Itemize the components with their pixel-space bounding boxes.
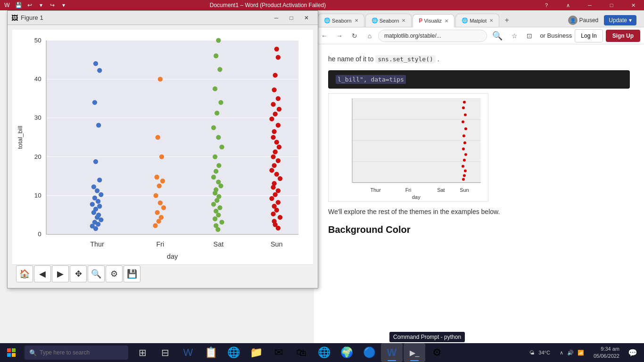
browser-toolbar: ← → ↻ ⌂ 🔍 ☆ ⊡ or Business Log In Sign Up: [314, 27, 644, 44]
browser-search-btn[interactable]: 🔍: [489, 27, 506, 44]
svg-point-84: [218, 100, 223, 105]
content-heading: Background Color: [328, 224, 630, 235]
taskbar-settings-app[interactable]: ⚙: [426, 343, 448, 362]
taskbar-browser2-app[interactable]: 🌐: [313, 343, 335, 362]
files-icon: 📁: [250, 346, 263, 359]
word-minimize-btn[interactable]: ─: [579, 0, 601, 10]
home-btn[interactable]: ⌂: [363, 29, 376, 42]
tab-close-4[interactable]: ✕: [489, 18, 493, 23]
svg-point-133: [271, 212, 275, 216]
home-toolbar-btn[interactable]: 🏠: [16, 265, 33, 282]
taskbar-store-app[interactable]: 🛍: [290, 343, 312, 362]
taskbar-search-box[interactable]: 🔍: [25, 346, 128, 360]
svg-point-22: [462, 178, 465, 181]
zoom-toolbar-btn[interactable]: 🔍: [88, 265, 105, 282]
config-toolbar-btn[interactable]: ⚙: [106, 265, 123, 282]
tab-favicon-2: 🌐: [372, 17, 378, 24]
svg-point-120: [276, 158, 281, 163]
tab-visualiz[interactable]: P Visualiz ✕: [413, 14, 454, 27]
word-logo[interactable]: W: [2, 0, 12, 10]
tab-favicon-4: 🌐: [462, 17, 468, 24]
taskbar-word2-app[interactable]: W: [381, 343, 403, 362]
store-icon: 🛍: [296, 346, 306, 359]
svg-text:Sat: Sat: [214, 240, 224, 248]
save-toolbar-btn[interactable]: 💾: [124, 265, 140, 282]
new-tab-btn[interactable]: +: [500, 14, 513, 27]
tab-close-2[interactable]: ✕: [402, 18, 405, 23]
svg-rect-146: [12, 348, 16, 352]
svg-point-69: [156, 135, 160, 140]
tab-matplot[interactable]: 🌐 Matplot ✕: [455, 14, 499, 27]
qa-redo[interactable]: ↪: [47, 0, 58, 10]
taskbar-files-app[interactable]: 📁: [245, 343, 267, 362]
sign-up-btn[interactable]: Sign Up: [606, 30, 640, 42]
cmd-icon: ▶_: [410, 348, 420, 357]
svg-point-66: [96, 222, 100, 226]
speaker-icon[interactable]: 🔊: [567, 350, 574, 356]
log-in-btn[interactable]: Log In: [575, 29, 603, 42]
tab-close-3[interactable]: ✕: [445, 18, 448, 24]
taskbar-edge-app[interactable]: 🌐: [223, 343, 244, 362]
figure-titlebar[interactable]: 🖼 Figure 1 ─ □ ✕: [8, 11, 318, 25]
taskbar-search-icon: 🔍: [29, 349, 37, 356]
taskbar-cmd-app[interactable]: ▶_: [404, 343, 425, 362]
taskbar-chrome-app[interactable]: 🔵: [358, 343, 380, 362]
word-maximize-btn[interactable]: □: [601, 0, 622, 10]
tab-seaborn-2[interactable]: 🌐 Seaborn ✕: [365, 14, 412, 27]
word-ribbon-btn[interactable]: ∧: [557, 0, 579, 10]
svg-point-118: [273, 149, 278, 154]
taskbar-mail-app[interactable]: ✉: [268, 343, 289, 362]
taskbar-widgets-btn[interactable]: ⊟: [155, 343, 175, 362]
qa-undo[interactable]: ↩: [25, 0, 35, 10]
taskbar-word-app[interactable]: W: [177, 343, 199, 362]
taskbar-task-app[interactable]: 📋: [200, 343, 222, 362]
back-btn[interactable]: ←: [318, 29, 331, 42]
forward-toolbar-btn[interactable]: ▶: [52, 265, 69, 282]
qa-undo-dropdown[interactable]: ▾: [36, 0, 46, 10]
tab-seaborn-1[interactable]: 🌐 Seaborn ✕: [318, 14, 364, 27]
start-btn[interactable]: [0, 343, 23, 362]
windows-logo-icon: [7, 348, 16, 357]
bookmark-btn[interactable]: ☆: [508, 29, 521, 42]
forward-btn[interactable]: →: [333, 29, 346, 42]
word-titlebar: W 💾 ↩ ▾ ↪ ▾ Document1 – Word (Product Ac…: [0, 0, 644, 10]
update-btn[interactable]: Update ▾: [604, 15, 636, 25]
svg-point-64: [99, 217, 103, 222]
taskbar-clock[interactable]: 9:34 am 05/06/2022: [590, 346, 623, 360]
taskbar: 🔍 ⊞ ⊟ W 📋 🌐 📁 ✉ 🛍 🌐 🌍 🔵: [0, 343, 644, 362]
word-help-btn[interactable]: ?: [536, 0, 557, 10]
figure-maximize-btn[interactable]: □: [284, 13, 299, 23]
network-icon[interactable]: 📶: [578, 350, 584, 356]
notification-btn[interactable]: 💬: [625, 343, 640, 362]
figure-close-btn[interactable]: ✕: [299, 13, 314, 23]
svg-text:40: 40: [34, 75, 41, 82]
taskbar-search-input[interactable]: [40, 349, 124, 356]
svg-point-71: [155, 175, 159, 180]
qa-save[interactable]: 💾: [13, 0, 24, 10]
taskbar-multiview-btn[interactable]: ⊞: [132, 343, 153, 362]
reload-btn[interactable]: ↻: [348, 29, 361, 42]
taskbar-globe-app[interactable]: 🌍: [336, 343, 357, 362]
main-chart-svg: 0 10 20 30 40 50 total_bill Thur Fri Sat…: [12, 30, 313, 264]
paused-label: Paused: [579, 17, 599, 24]
browser-account-btn[interactable]: 👤 Paused: [564, 14, 603, 27]
word-close-btn[interactable]: ✕: [622, 0, 644, 10]
chevron-up-icon[interactable]: ∧: [560, 350, 563, 356]
pan-toolbar-btn[interactable]: ✥: [70, 265, 87, 282]
svg-point-139: [274, 47, 279, 51]
tab-close-1[interactable]: ✕: [355, 18, 358, 23]
figure-minimize-btn[interactable]: ─: [269, 13, 284, 23]
svg-point-17: [464, 153, 467, 156]
mini-chart: Thur Fri Sat Sun day: [328, 93, 488, 202]
reading-mode-btn[interactable]: ⊡: [523, 29, 536, 42]
svg-point-102: [216, 213, 221, 217]
svg-point-124: [278, 176, 282, 181]
qa-custom-dropdown[interactable]: ▾: [58, 0, 69, 10]
address-bar[interactable]: [378, 30, 487, 42]
svg-point-114: [272, 129, 277, 134]
svg-text:day: day: [167, 253, 178, 260]
svg-text:10: 10: [34, 192, 41, 199]
svg-point-76: [161, 205, 166, 210]
svg-point-79: [157, 219, 161, 223]
back-toolbar-btn[interactable]: ◀: [34, 265, 51, 282]
